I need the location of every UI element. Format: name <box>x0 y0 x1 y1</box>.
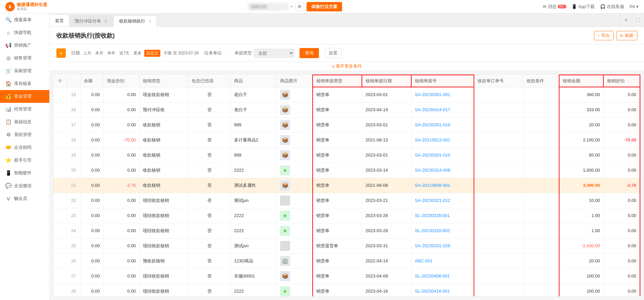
shortcut-custom[interactable]: 自定义 <box>144 50 160 57</box>
cell-cash-discount: 0.00 <box>103 223 139 238</box>
sidebar-label-business: 经营管理 <box>14 106 32 112</box>
table-row: 18 0.00 -70.00 收款核销 否 多计量商品2 📦 销货单 2021-… <box>53 132 640 147</box>
bill-no-link[interactable]: SL-20230328-002 <box>415 228 450 233</box>
sidebar-item-marketing[interactable]: 📢 营销推广 <box>0 39 49 52</box>
cell-goods: 999 <box>230 117 276 132</box>
trial-button[interactable]: 体验行业方案 <box>307 2 342 11</box>
bill-no-link[interactable]: SA-20230314-008 <box>415 168 450 173</box>
sidebar-item-purchase[interactable]: 🛒 采购管理 <box>0 65 49 77</box>
bill-no-link[interactable]: SA-20210808-001 <box>415 183 450 188</box>
cell-goods: 测试jun <box>230 238 276 253</box>
cell-goods-image: ▣ <box>276 223 313 238</box>
sidebar-item-guide[interactable]: ⭐ 新手引导 <box>0 154 49 167</box>
bill-no-link[interactable]: SA-20230321-012 <box>415 198 450 203</box>
bill-no-link[interactable]: SA-20230301-010 <box>415 153 450 158</box>
sidebar-item-quicknav[interactable]: ⌂ 快捷导航 <box>0 26 49 39</box>
cell-balance: 0.00 <box>80 253 103 268</box>
column-settings-icon[interactable]: ⚙ <box>58 78 62 83</box>
bill-no-link[interactable]: SA-20210813-001 <box>415 137 450 142</box>
cell-write-off-bill-no: SL-20230418-001 <box>411 284 474 297</box>
col-balance: 余额 <box>80 75 103 87</box>
app-download-item[interactable]: 📱 App下载 <box>572 4 595 10</box>
cell-receipt-order-no <box>474 117 523 132</box>
cell-included-settled: 否 <box>188 284 230 297</box>
bill-no-link[interactable]: SL-20230328-001 <box>415 213 450 218</box>
cell-seq: 24 <box>67 223 80 238</box>
cell-write-off-bill-date: 2023-04-18 <box>362 284 411 297</box>
search-input[interactable] <box>248 3 288 10</box>
bill-no-link[interactable]: SL-20230418-001 <box>415 289 450 294</box>
export-button[interactable]: ↑ 导出 <box>594 31 614 40</box>
cell-goods-image: 📦 <box>276 102 313 117</box>
shortcut-7days[interactable]: 近7天 <box>118 50 131 57</box>
shortcut-this-year[interactable]: 本年 <box>106 50 117 57</box>
refresh-icon: ↻ <box>620 33 624 38</box>
bill-no-link[interactable]: SA-20230331-026 <box>415 243 450 248</box>
cell-write-off-bill-date: 2023-03-28 <box>362 208 411 223</box>
cell-write-off-bill-type: 销货单 <box>313 87 362 102</box>
col-write-off-discount: 核销折扣 <box>603 75 640 87</box>
sidebar-item-wechat[interactable]: 💬 企业微信 <box>0 179 49 192</box>
receipt-type-select[interactable]: 全部 <box>254 49 294 58</box>
sidebar-item-finance[interactable]: 💰 资金管理 <box>0 90 49 103</box>
user-item[interactable]: Rit ▾ <box>630 4 639 9</box>
cell-goods-image: 📦 <box>276 132 313 147</box>
gear-button[interactable]: ⚙ <box>295 2 304 11</box>
sidebar-item-search[interactable]: 🔍 搜索菜单 <box>0 13 49 26</box>
cell-goods: 衣服00001 <box>230 268 276 284</box>
sidebar-item-basic[interactable]: 📋 基础信息 <box>0 116 49 128</box>
query-button[interactable]: 查询 <box>300 48 319 58</box>
table-container[interactable]: ⚙ 余额 现金折扣 核销类型 包含已结清 商品 商品图片 核销单据类型 核销单据… <box>53 74 641 297</box>
tab-prepay[interactable]: 预付冲应付单 ✕ <box>69 15 113 27</box>
cell-settings <box>53 238 67 253</box>
cell-seq: 17 <box>67 117 80 132</box>
handshake-icon: 🤝 <box>5 144 11 151</box>
content-area: 首页 预付冲应付单 ✕ 收款核销执行 ✕ ✕ ⛶ 收款核销执行(按收款) ↑ <box>50 13 644 300</box>
settings-button[interactable]: 设置 <box>324 48 342 58</box>
shortcut-more[interactable]: 更多 <box>132 50 143 57</box>
expand-left-button[interactable]: » <box>56 48 66 58</box>
cell-write-off-type: 现结收款核销 <box>139 268 188 284</box>
bill-no-link[interactable]: SA-20230301-001 <box>415 92 450 97</box>
expand-conditions-button[interactable]: ∨ 展开更多条件 <box>332 63 362 69</box>
shortcut-this-month[interactable]: 本月 <box>94 50 105 57</box>
tab-maximize-button[interactable]: ⛶ <box>632 13 644 27</box>
cell-write-off-amount: 60.00 <box>559 147 603 163</box>
online-service-item[interactable]: 🎧 在线客服 <box>600 4 624 10</box>
bill-no-link[interactable]: SA-20230414-017 <box>415 107 450 112</box>
cell-balance: 0.00 <box>80 87 103 102</box>
cell-goods: 多计量商品2 <box>230 132 276 147</box>
search-icon: 🔍 <box>5 17 11 23</box>
data-table: ⚙ 余额 现金折扣 核销类型 包含已结清 商品 商品图片 核销单据类型 核销单据… <box>53 75 640 297</box>
cell-receipt-condition <box>523 102 559 117</box>
bill-no-link[interactable]: ABC-001 <box>415 258 433 263</box>
sidebar-item-member[interactable]: V 畅会员 <box>0 192 49 205</box>
sidebar-item-hardware[interactable]: 📱 智能硬件 <box>0 167 49 179</box>
cell-receipt-condition <box>523 163 559 178</box>
bill-no-link[interactable]: SL-20230408-001 <box>415 273 450 278</box>
headset-icon: 🎧 <box>600 4 605 9</box>
col-settings[interactable]: ⚙ <box>53 75 67 87</box>
sidebar-item-inventory[interactable]: 🏠 库存核算 <box>0 77 49 90</box>
shortcut-last-month[interactable]: 上月 <box>82 50 93 57</box>
refresh-button[interactable]: ↻ 刷新 <box>616 31 637 40</box>
cell-goods: 2222 <box>230 163 276 178</box>
cell-write-off-bill-type: 销货单 <box>313 163 362 178</box>
sidebar-label-hardware: 智能硬件 <box>14 170 32 176</box>
business-icon: 📊 <box>5 106 11 112</box>
tab-home[interactable]: 首页 <box>50 15 69 27</box>
tab-close-all-button[interactable]: ✕ <box>620 13 632 27</box>
tab-prepay-close-icon[interactable]: ✕ <box>104 19 107 23</box>
sidebar-label-quicknav: 快捷导航 <box>14 30 32 36</box>
sidebar-item-system[interactable]: ⚙ 系统管理 <box>0 128 49 141</box>
sidebar-item-enterprise[interactable]: 🤝 企业协同 <box>0 141 49 154</box>
bill-no-link[interactable]: SA-20230301-010 <box>415 122 450 127</box>
cell-settings <box>53 208 67 223</box>
cell-goods: 2222 <box>230 284 276 297</box>
cell-included-settled: 否 <box>188 208 230 223</box>
tab-receipt[interactable]: 收款核销执行 ✕ <box>113 15 157 27</box>
tab-receipt-close-icon[interactable]: ✕ <box>149 19 151 23</box>
sidebar-item-business[interactable]: 📊 经营管理 <box>0 103 49 116</box>
message-item[interactable]: ✉ 消息 99+ <box>543 4 566 10</box>
sidebar-item-sales[interactable]: ◎ 销售管理 <box>0 52 49 65</box>
